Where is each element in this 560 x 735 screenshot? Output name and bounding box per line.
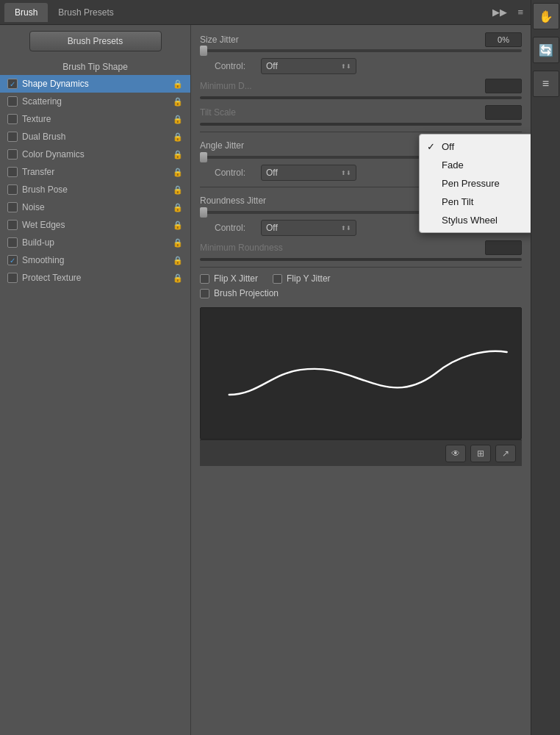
flip-y-checkbox[interactable] bbox=[273, 274, 282, 284]
size-jitter-slider[interactable] bbox=[200, 49, 522, 52]
brush-preview bbox=[200, 307, 522, 440]
lock-icon-smoothing[interactable]: 🔒 bbox=[173, 256, 183, 265]
dropdown-item-off[interactable]: Off bbox=[420, 137, 531, 156]
lock-icon-dual-brush[interactable]: 🔒 bbox=[173, 132, 183, 142]
sidebar-item-brush-pose[interactable]: Brush Pose 🔒 bbox=[0, 181, 190, 198]
bottom-btn-export[interactable]: ↗ bbox=[495, 445, 516, 462]
dropdown-item-fade[interactable]: Fade bbox=[420, 156, 531, 174]
sidebar-label-build-up: Build-up bbox=[22, 237, 54, 248]
tilt-scale-slider bbox=[200, 123, 522, 126]
sidebar-label-scattering: Scattering bbox=[22, 96, 62, 107]
tab-menu-icon[interactable]: ≡ bbox=[514, 5, 526, 19]
min-diameter-slider bbox=[200, 96, 522, 99]
right-sidebar-btn-list[interactable]: ≡ bbox=[533, 71, 559, 97]
size-jitter-value[interactable]: 0% bbox=[485, 32, 522, 47]
sidebar-label-brush-pose: Brush Pose bbox=[22, 184, 68, 195]
checkbox-texture[interactable] bbox=[7, 114, 18, 124]
checkbox-wet-edges[interactable] bbox=[7, 220, 18, 230]
flip-row: Flip X Jitter Flip Y Jitter bbox=[200, 273, 522, 284]
checkbox-color-dynamics[interactable] bbox=[7, 149, 18, 159]
export-icon: ↗ bbox=[502, 448, 509, 459]
dropdown-item-pen-tilt[interactable]: Pen Tilt bbox=[420, 193, 531, 211]
right-sidebar-btn-rotate[interactable]: 🔄 bbox=[533, 37, 559, 63]
lock-icon-build-up[interactable]: 🔒 bbox=[173, 238, 183, 248]
min-roundness-slider bbox=[200, 258, 522, 261]
lock-icon-shape-dynamics[interactable]: 🔒 bbox=[173, 79, 183, 89]
lock-icon-texture[interactable]: 🔒 bbox=[173, 115, 183, 124]
flip-x-checkbox[interactable] bbox=[200, 274, 209, 284]
brush-tip-shape-label: Brush Tip Shape bbox=[0, 57, 190, 75]
lock-icon-wet-edges[interactable]: 🔒 bbox=[173, 220, 183, 230]
checkbox-smoothing[interactable] bbox=[7, 255, 18, 265]
sidebar-item-scattering[interactable]: Scattering 🔒 bbox=[0, 93, 190, 110]
flip-y-jitter-item[interactable]: Flip Y Jitter bbox=[273, 273, 331, 284]
brush-presets-button[interactable]: Brush Presets bbox=[29, 31, 162, 51]
bottom-btn-eye[interactable]: 👁 bbox=[445, 445, 466, 462]
checkbox-transfer[interactable] bbox=[7, 167, 18, 177]
flip-x-jitter-item[interactable]: Flip X Jitter bbox=[200, 273, 258, 284]
checkbox-protect-texture[interactable] bbox=[7, 273, 18, 283]
brush-projection-item[interactable]: Brush Projection bbox=[200, 288, 522, 298]
checkbox-brush-pose[interactable] bbox=[7, 184, 18, 195]
dropdown-2-arrow-icon: ⬆⬇ bbox=[341, 170, 351, 176]
checkbox-dual-brush[interactable] bbox=[7, 132, 18, 142]
tab-brush[interactable]: Brush bbox=[4, 3, 48, 22]
min-diameter-track bbox=[200, 96, 522, 99]
sidebar-item-smoothing[interactable]: Smoothing 🔒 bbox=[0, 251, 190, 269]
sidebar-item-shape-dynamics[interactable]: Shape Dynamics 🔒 bbox=[0, 75, 190, 93]
right-panel: Size Jitter 0% Control: Off ⬆⬇ bbox=[191, 25, 531, 735]
divider-3 bbox=[200, 267, 522, 268]
rotate-icon: 🔄 bbox=[539, 43, 553, 57]
sidebar-item-build-up[interactable]: Build-up 🔒 bbox=[0, 234, 190, 251]
flip-y-label: Flip Y Jitter bbox=[287, 273, 331, 284]
checkbox-scattering[interactable] bbox=[7, 96, 18, 107]
lock-icon-color-dynamics[interactable]: 🔒 bbox=[173, 150, 183, 159]
tilt-scale-row: Tilt Scale bbox=[200, 105, 522, 120]
dropdown-item-pen-pressure[interactable]: Pen Pressure bbox=[420, 174, 531, 193]
size-jitter-thumb[interactable] bbox=[200, 46, 207, 56]
lock-icon-scattering[interactable]: 🔒 bbox=[173, 97, 183, 107]
sidebar-item-color-dynamics[interactable]: Color Dynamics 🔒 bbox=[0, 146, 190, 163]
sidebar-label-transfer: Transfer bbox=[22, 167, 54, 177]
tab-forward-icon[interactable]: ▶▶ bbox=[489, 5, 510, 19]
tab-brush-presets[interactable]: Brush Presets bbox=[48, 3, 123, 22]
tilt-scale-label: Tilt Scale bbox=[200, 107, 485, 118]
size-jitter-track bbox=[200, 49, 522, 52]
dropdown-3-arrow-icon: ⬆⬇ bbox=[341, 225, 351, 232]
control-dropdown-1[interactable]: Off ⬆⬇ bbox=[261, 58, 356, 74]
sidebar-item-noise[interactable]: Noise 🔒 bbox=[0, 198, 190, 216]
sidebar-label-color-dynamics: Color Dynamics bbox=[22, 149, 85, 159]
min-roundness-row: Minimum Roundness bbox=[200, 240, 522, 255]
sidebar-label-protect-texture: Protect Texture bbox=[22, 273, 81, 283]
angle-jitter-thumb[interactable] bbox=[200, 152, 207, 162]
roundness-jitter-thumb[interactable] bbox=[200, 207, 207, 218]
sidebar-item-protect-texture[interactable]: Protect Texture 🔒 bbox=[0, 269, 190, 287]
control-dropdown-2-value: Off bbox=[266, 168, 278, 178]
min-diameter-value bbox=[485, 79, 522, 93]
control-dropdown-2[interactable]: Off ⬆⬇ bbox=[261, 165, 356, 181]
control-row-1: Control: Off ⬆⬇ bbox=[200, 58, 522, 74]
bottom-btn-grid[interactable]: ⊞ bbox=[470, 445, 491, 462]
right-sidebar-btn-hand[interactable]: ✋ bbox=[533, 3, 559, 29]
lock-icon-noise[interactable]: 🔒 bbox=[173, 203, 183, 212]
checkbox-build-up[interactable] bbox=[7, 237, 18, 248]
lock-icon-protect-texture[interactable]: 🔒 bbox=[173, 273, 183, 283]
brush-projection-checkbox[interactable] bbox=[200, 289, 209, 298]
sidebar-item-transfer[interactable]: Transfer 🔒 bbox=[0, 163, 190, 181]
left-sidebar: Brush Presets Brush Tip Shape Shape Dyna… bbox=[0, 25, 191, 735]
sidebar-label-wet-edges: Wet Edges bbox=[22, 220, 65, 230]
control-dropdown-3[interactable]: Off ⬆⬇ bbox=[261, 220, 356, 236]
brush-preview-svg bbox=[201, 308, 521, 439]
checkbox-shape-dynamics[interactable] bbox=[7, 79, 18, 89]
dropdown-item-stylus-wheel[interactable]: Stylus Wheel bbox=[420, 211, 531, 229]
hand-icon: ✋ bbox=[539, 10, 553, 24]
sidebar-item-dual-brush[interactable]: Dual Brush 🔒 bbox=[0, 128, 190, 146]
lock-icon-brush-pose[interactable]: 🔒 bbox=[173, 185, 183, 195]
checkbox-noise[interactable] bbox=[7, 202, 18, 212]
min-diameter-label: Minimum D... bbox=[200, 81, 485, 91]
sidebar-item-texture[interactable]: Texture 🔒 bbox=[0, 110, 190, 128]
sidebar-item-wet-edges[interactable]: Wet Edges 🔒 bbox=[0, 216, 190, 234]
dropdown-menu: Off Fade Pen Pressure Pen Tilt Stylus Wh… bbox=[419, 134, 531, 233]
sidebar-label-dual-brush: Dual Brush bbox=[22, 132, 65, 142]
lock-icon-transfer[interactable]: 🔒 bbox=[173, 168, 183, 177]
